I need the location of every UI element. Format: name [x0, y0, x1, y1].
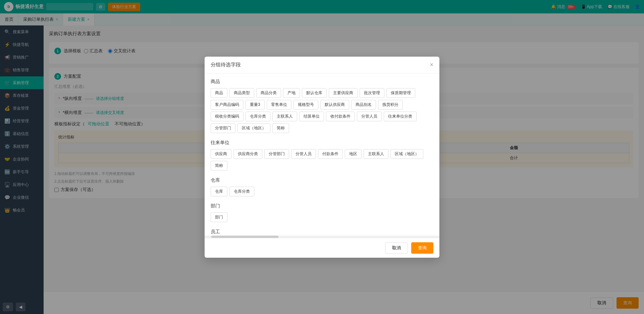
field-tag-0-24[interactable]: 简称	[272, 123, 289, 133]
field-group-4: 员工业务员	[211, 229, 433, 236]
modal-close-button[interactable]: ×	[430, 61, 433, 68]
field-tag-0-2[interactable]: 商品分类	[256, 88, 281, 98]
field-tag-1-1[interactable]: 供应商分类	[233, 149, 262, 159]
field-tags-1: 供应商供应商分类分管部门分管人员付款条件地区主联系人区域（地区）简称	[211, 149, 433, 171]
field-tag-0-12[interactable]: 默认供应商	[320, 100, 349, 110]
field-tag-0-20[interactable]: 分管人员	[357, 112, 382, 121]
field-group-title-0: 商品	[211, 79, 433, 85]
field-tag-0-22[interactable]: 分管部门	[211, 123, 235, 133]
field-tags-0: 商品商品类型商品分类产地默认仓库主要供应商批次管理保质期管理客户商品编码重量3零…	[211, 88, 433, 133]
modal-cancel-button[interactable]: 取消	[385, 242, 408, 254]
field-group-3: 部门部门	[211, 203, 433, 222]
field-tags-3: 部门	[211, 212, 433, 222]
field-group-title-1: 往来单位	[211, 140, 433, 146]
field-tag-0-8[interactable]: 客户商品编码	[211, 100, 244, 110]
field-tag-0-23[interactable]: 区域（地区）	[237, 123, 270, 133]
modal-header: 分组待选字段 ×	[205, 57, 439, 73]
field-tag-0-0[interactable]: 商品	[211, 88, 227, 98]
field-group-2: 仓库仓库仓库分类	[211, 177, 433, 196]
field-tag-0-5[interactable]: 主要供应商	[329, 88, 358, 98]
field-tag-0-21[interactable]: 往来单位分类	[384, 112, 417, 121]
modal-dialog: 分组待选字段 × 商品商品商品类型商品分类产地默认仓库主要供应商批次管理保质期管…	[205, 57, 439, 258]
field-tag-0-16[interactable]: 仓库分类	[246, 112, 270, 121]
field-tag-0-4[interactable]: 默认仓库	[302, 88, 327, 98]
field-tag-0-1[interactable]: 商品类型	[229, 88, 254, 98]
field-tag-0-6[interactable]: 批次管理	[360, 88, 384, 98]
field-group-1: 往来单位供应商供应商分类分管部门分管人员付款条件地区主联系人区域（地区）简称	[211, 140, 433, 171]
field-tag-1-6[interactable]: 主联系人	[364, 149, 388, 159]
field-tag-1-2[interactable]: 分管部门	[264, 149, 289, 159]
field-group-title-3: 部门	[211, 203, 433, 209]
modal-title: 分组待选字段	[211, 62, 241, 68]
modal-confirm-button[interactable]: 查询	[411, 242, 433, 254]
field-tag-0-3[interactable]: 产地	[283, 88, 300, 98]
field-tag-0-11[interactable]: 规格型号	[293, 100, 318, 110]
modal-footer: 取消 查询	[205, 238, 439, 258]
field-tag-1-0[interactable]: 供应商	[211, 149, 231, 159]
field-tag-2-1[interactable]: 仓库分类	[229, 187, 254, 196]
modal-body: 商品商品商品类型商品分类产地默认仓库主要供应商批次管理保质期管理客户商品编码重量…	[205, 73, 439, 236]
field-tags-2: 仓库仓库分类	[211, 187, 433, 196]
field-tag-1-8[interactable]: 简称	[211, 161, 227, 171]
field-tag-1-7[interactable]: 区域（地区）	[390, 149, 423, 159]
field-tag-3-0[interactable]: 部门	[211, 212, 227, 222]
field-group-title-4: 员工	[211, 229, 433, 235]
field-group-title-2: 仓库	[211, 177, 433, 183]
field-tag-1-4[interactable]: 付款条件	[318, 149, 343, 159]
field-tag-0-10[interactable]: 零售单位	[267, 100, 291, 110]
field-tag-0-13[interactable]: 商品别名	[351, 100, 376, 110]
field-tag-0-9[interactable]: 重量3	[246, 100, 265, 110]
field-tag-0-17[interactable]: 主联系人	[272, 112, 297, 121]
field-tag-0-14[interactable]: 拣货积分	[378, 100, 403, 110]
field-tag-0-19[interactable]: 收付款条件	[326, 112, 355, 121]
field-tag-0-7[interactable]: 保质期管理	[386, 88, 415, 98]
field-tag-1-3[interactable]: 分管人员	[291, 149, 316, 159]
modal-overlay[interactable]: 分组待选字段 × 商品商品商品类型商品分类产地默认仓库主要供应商批次管理保质期管…	[0, 0, 644, 314]
field-group-0: 商品商品商品类型商品分类产地默认仓库主要供应商批次管理保质期管理客户商品编码重量…	[211, 79, 433, 133]
field-tag-1-5[interactable]: 地区	[345, 149, 362, 159]
field-tag-2-0[interactable]: 仓库	[211, 187, 227, 196]
field-tag-0-18[interactable]: 结算单位	[299, 112, 324, 121]
field-tag-0-15[interactable]: 税收分类编码	[211, 112, 244, 121]
